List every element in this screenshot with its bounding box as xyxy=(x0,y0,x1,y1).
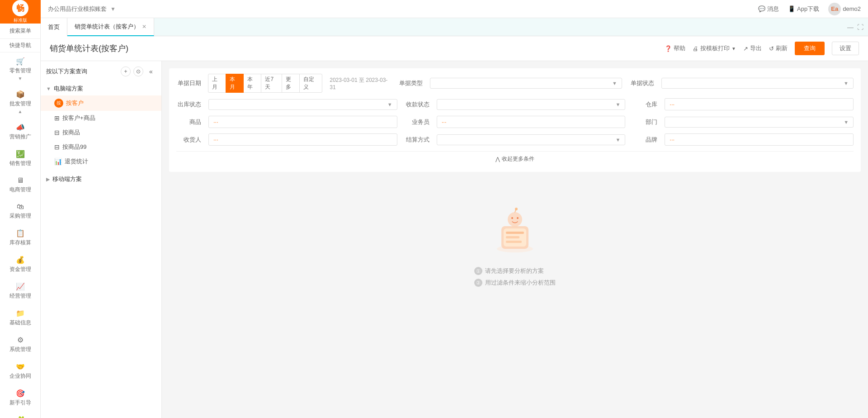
goods-select[interactable]: ··· xyxy=(208,116,397,128)
settings-button[interactable]: 设置 xyxy=(832,42,859,55)
salesman-select[interactable]: ··· xyxy=(437,116,626,128)
sidebar-item-operations[interactable]: 📈 经营管理 xyxy=(0,278,40,304)
date-tab-7days[interactable]: 近7天 xyxy=(261,74,282,93)
sidebar-item-label: 采购管理 xyxy=(9,212,31,220)
scheme-refund-stats[interactable]: 📊 退货统计 xyxy=(41,154,161,169)
outbound-select[interactable]: ▼ xyxy=(208,99,397,110)
tabs-right-actions: — ⛶ xyxy=(847,24,868,31)
svg-point-8 xyxy=(517,217,519,219)
operations-icon: 📈 xyxy=(16,282,25,291)
add-icon: + xyxy=(124,68,127,75)
filter-row-3: 商品 ··· 业务员 ··· 部门 ▼ xyxy=(176,116,854,128)
filter-row-1: 单据日期 上月 本月 本年 近7天 更多 自定义 2023-03-01 至 20… xyxy=(176,74,854,93)
tab-close-button[interactable]: ✕ xyxy=(142,24,146,30)
sidebar-item-label: 电商管理 xyxy=(9,186,31,194)
brand-select[interactable]: ··· xyxy=(665,133,854,146)
expand-icon: ▼ xyxy=(18,76,23,81)
refresh-icon: ↺ xyxy=(769,45,774,52)
export-button[interactable]: ↗ 导出 xyxy=(743,44,762,52)
apps-icon: 🧩 xyxy=(16,416,25,418)
add-scheme-button[interactable]: + xyxy=(121,66,131,76)
print-button[interactable]: 🖨 按模板打印 ▼ xyxy=(693,44,736,52)
date-tab-custom[interactable]: 自定义 xyxy=(299,74,322,93)
collapse-filters-button[interactable]: ⋀ 收起更多条件 xyxy=(176,151,854,166)
edit-icon: ⊙ xyxy=(136,68,141,75)
refresh-button[interactable]: ↺ 刷新 xyxy=(769,44,788,52)
collapse-up-icon: ⋀ xyxy=(495,156,500,162)
sidebar-item-purchase[interactable]: 🛍 采购管理 xyxy=(0,198,40,224)
tab-report[interactable]: 销货单统计表（按客户） ✕ xyxy=(67,18,154,36)
tab-maximize-icon[interactable]: ⛶ xyxy=(857,24,863,31)
dept-chevron-icon: ▼ xyxy=(844,119,849,125)
desktop-section-header[interactable]: ▼ 电脑端方案 xyxy=(41,82,161,95)
type-select[interactable]: ▼ xyxy=(430,78,622,89)
sidebar-item-apps[interactable]: 🧩 应用中心 xyxy=(0,411,40,418)
scheme-label: 按客户 xyxy=(66,99,84,107)
sidebar-item-wholesale[interactable]: 📦 批发管理 ▲ xyxy=(0,86,40,119)
query-button[interactable]: 查询 xyxy=(795,42,825,55)
svg-point-7 xyxy=(511,217,513,219)
outbound-label: 出库状态 xyxy=(176,100,201,109)
date-tab-more[interactable]: 更多 xyxy=(282,74,300,93)
receiver-select[interactable]: ··· xyxy=(208,133,397,146)
sidebar-item-system[interactable]: ⚙ 系统管理 xyxy=(0,331,40,358)
sidebar-item-basic[interactable]: 📁 基础信息 xyxy=(0,304,40,331)
dropdown-arrow-icon[interactable]: ▼ xyxy=(110,6,116,12)
help-button[interactable]: ❓ 帮助 xyxy=(665,44,685,52)
topbar-right: 💬 消息 📱 App下载 Ea demo2 xyxy=(758,3,861,15)
sidebar-item-inventory[interactable]: 📋 库存核算 xyxy=(0,224,40,251)
sidebar-item-ecom[interactable]: 🖥 电商管理 xyxy=(0,172,40,198)
main-area: 办公用品行业模拟账套 ▼ 💬 消息 📱 App下载 Ea demo2 首页 xyxy=(41,0,868,418)
date-range: 2023-03-01 至 2023-03-31 xyxy=(330,76,391,90)
collab-icon: 🤝 xyxy=(16,362,25,371)
section-arrow-icon: ▶ xyxy=(46,176,50,182)
logo-text: 标准版 xyxy=(14,17,27,24)
app-download-button[interactable]: 📱 App下载 xyxy=(788,5,819,13)
message-button[interactable]: 💬 消息 xyxy=(758,5,779,13)
message-label: 消息 xyxy=(767,5,779,13)
sidebar-quick-nav[interactable]: 快捷导航 xyxy=(0,39,40,52)
dept-select[interactable]: ▼ xyxy=(665,117,854,128)
message-icon: 💬 xyxy=(758,5,765,12)
settlement-select[interactable]: ▼ xyxy=(437,134,626,145)
type-label: 单据类型 xyxy=(398,79,423,87)
filter-row-4: 收货人 ··· 结算方式 ▼ 品牌 ··· xyxy=(176,133,854,146)
empty-state: ① 请先选择要分析的方案 ② 用过滤条件来缩小分析范围 xyxy=(169,176,861,318)
sidebar-item-finance[interactable]: 💰 资金管理 xyxy=(0,251,40,278)
sidebar-item-collab[interactable]: 🤝 企业协同 xyxy=(0,358,40,385)
date-tab-last-month[interactable]: 上月 xyxy=(208,74,226,93)
user-menu[interactable]: Ea demo2 xyxy=(828,3,861,15)
sidebar-item-guide[interactable]: 🎯 新手引导 xyxy=(0,385,40,411)
system-icon: ⚙ xyxy=(17,336,24,344)
scheme-by-goods[interactable]: ⊟ 按商品 xyxy=(41,125,161,140)
mobile-section-header[interactable]: ▶ 移动端方案 xyxy=(41,172,161,186)
sidebar-item-marketing[interactable]: 📣 营销推广 xyxy=(0,119,40,145)
export-icon: ↗ xyxy=(743,45,748,52)
panel-header-title: 按以下方案查询 xyxy=(46,67,87,76)
tip-text-2: 用过滤条件来缩小分析范围 xyxy=(485,279,556,287)
date-tab-this-year[interactable]: 本年 xyxy=(243,74,261,93)
tab-minimize-icon[interactable]: — xyxy=(847,24,854,31)
collapse-label: 收起更多条件 xyxy=(502,155,534,163)
warehouse-label: 仓库 xyxy=(632,100,657,109)
edit-scheme-button[interactable]: ⊙ xyxy=(133,66,143,76)
status-select[interactable]: ▼ xyxy=(661,78,854,89)
scheme-by-customer-goods[interactable]: ⊞ 按客户+商品 xyxy=(41,111,161,125)
svg-line-9 xyxy=(515,210,516,212)
sidebar-item-retail[interactable]: 🛒 零售管理 ▼ xyxy=(0,52,40,86)
warehouse-select[interactable]: ··· xyxy=(665,98,854,110)
collapse-panel-button[interactable]: « xyxy=(146,66,156,76)
sidebar-item-label: 基础信息 xyxy=(9,319,31,327)
date-tab-this-month[interactable]: 本月 xyxy=(226,74,244,93)
tab-home[interactable]: 首页 xyxy=(41,18,67,36)
help-icon: ❓ xyxy=(665,45,672,52)
scheme-by-customer[interactable]: 按 按客户 xyxy=(41,95,161,111)
status-label: 单据状态 xyxy=(629,79,654,87)
sidebar-item-label: 库存核算 xyxy=(9,239,31,247)
scheme-by-goods99[interactable]: ⊟ 按商品99 xyxy=(41,140,161,154)
sidebar-item-sales[interactable]: 💹 销售管理 xyxy=(0,145,40,172)
receipt-select[interactable]: ▼ xyxy=(437,99,626,110)
sidebar-search[interactable]: 搜索菜单 xyxy=(0,24,40,39)
settlement-label: 结算方式 xyxy=(405,136,429,144)
empty-tips: ① 请先选择要分析的方案 ② 用过滤条件来缩小分析范围 xyxy=(474,267,556,290)
